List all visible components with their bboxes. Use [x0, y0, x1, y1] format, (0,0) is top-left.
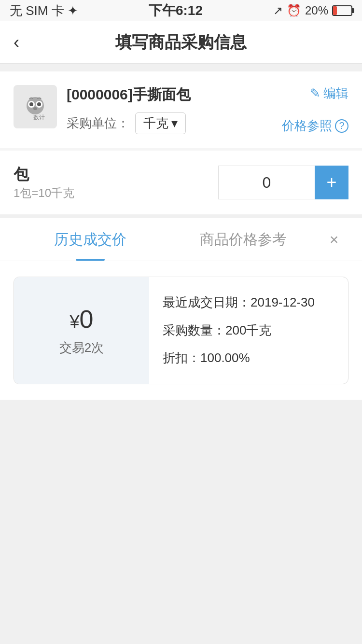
unit-label: 采购单位： [67, 115, 129, 132]
unit-value: 千克 [143, 115, 168, 132]
history-purchase-qty-row: 采购数量：200千克 [163, 321, 334, 341]
history-recent-date-row: 最近成交日期：2019-12-30 [163, 293, 334, 313]
product-unit-row: 采购单位： 千克 ▾ [67, 112, 191, 134]
tab-history-price[interactable]: 历史成交价 [14, 218, 167, 261]
page-title: 填写商品采购信息 [115, 31, 247, 54]
history-price-value: ¥0 [70, 305, 94, 334]
tabs-section: 历史成交价 商品价格参考 × ¥0 交易2次 最近成交日期：2019-12-30 [0, 218, 362, 400]
product-info: [0000006]手撕面包 采购单位： 千克 ▾ [67, 85, 191, 134]
status-left: 无 SIM 卡 ✦ [10, 2, 78, 19]
svg-point-3 [29, 102, 33, 106]
edit-icon: ✎ [310, 86, 320, 101]
quantity-input[interactable]: 0 [218, 166, 315, 199]
price-reference-button[interactable]: 价格参照 ? [282, 117, 348, 134]
battery-icon [332, 5, 352, 16]
unit-select[interactable]: 千克 ▾ [135, 112, 186, 134]
product-right: ✎ 编辑 价格参照 ? [282, 85, 348, 134]
edit-button[interactable]: ✎ 编辑 [310, 85, 348, 102]
dropdown-arrow-icon: ▾ [171, 116, 178, 131]
discount-label: 折扣： [163, 350, 200, 365]
svg-point-5 [33, 107, 37, 110]
nav-bar: ‹ 填写商品采购信息 [0, 21, 362, 64]
svg-point-4 [37, 102, 41, 106]
alarm-icon: ⏰ [287, 4, 301, 17]
location-icon: ↗ [273, 4, 283, 17]
quantity-plus-button[interactable]: + [315, 166, 348, 199]
quantity-controls: 0 + [218, 166, 348, 199]
discount-value: 100.00% [200, 350, 250, 365]
help-icon: ? [335, 119, 348, 133]
status-right: ↗ ⏰ 20% [273, 4, 352, 17]
quantity-row: 包 1包=10千克 0 + [0, 151, 362, 214]
product-thumbnail: 数计 [21, 92, 50, 121]
product-card: 数计 [0000006]手撕面包 采购单位： 千克 ▾ [0, 71, 362, 148]
product-image: 数计 [14, 85, 57, 128]
history-content: ¥0 交易2次 最近成交日期：2019-12-30 采购数量：200千克 折扣：… [0, 261, 362, 400]
edit-label: 编辑 [323, 85, 348, 102]
history-discount-row: 折扣：100.00% [163, 348, 334, 368]
signal-text: 无 SIM 卡 ✦ [10, 2, 78, 19]
main-content: 数计 [0000006]手撕面包 采购单位： 千克 ▾ [0, 71, 362, 644]
tabs-header: 历史成交价 商品价格参考 × [0, 218, 362, 261]
product-left: 数计 [0000006]手撕面包 采购单位： 千克 ▾ [14, 85, 191, 134]
quantity-label: 包 1包=10千克 [14, 164, 74, 201]
tab-close-button[interactable]: × [320, 218, 348, 261]
history-price-summary: ¥0 交易2次 [14, 277, 149, 384]
price-ref-label: 价格参照 [282, 117, 332, 134]
battery-percent: 20% [305, 4, 328, 17]
tab-product-price-reference[interactable]: 商品价格参考 [167, 218, 320, 261]
recent-date-label: 最近成交日期： [163, 295, 251, 309]
svg-text:数计: 数计 [33, 114, 45, 121]
history-detail: 最近成交日期：2019-12-30 采购数量：200千克 折扣：100.00% [149, 277, 348, 384]
back-button[interactable]: ‹ [14, 32, 19, 53]
quantity-conversion: 1包=10千克 [14, 185, 74, 201]
purchase-qty-value: 200千克 [225, 323, 271, 337]
purchase-qty-label: 采购数量： [163, 323, 225, 337]
history-card: ¥0 交易2次 最近成交日期：2019-12-30 采购数量：200千克 折扣：… [14, 277, 348, 384]
status-time: 下午6:12 [149, 1, 203, 20]
quantity-unit: 包 [14, 164, 74, 185]
recent-date-value: 2019-12-30 [251, 295, 315, 309]
history-trades-count: 交易2次 [59, 339, 104, 356]
product-name: [0000006]手撕面包 [67, 85, 191, 105]
product-header: 数计 [0000006]手撕面包 采购单位： 千克 ▾ [14, 85, 348, 134]
status-bar: 无 SIM 卡 ✦ 下午6:12 ↗ ⏰ 20% [0, 0, 362, 21]
